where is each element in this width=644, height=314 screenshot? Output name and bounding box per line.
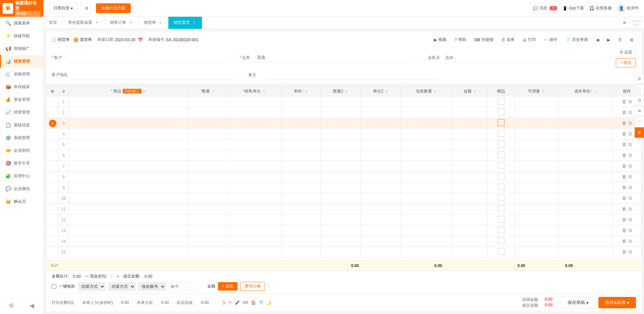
view-list-btn[interactable]: ☰ [615,36,625,44]
unit-cell[interactable] [227,97,281,107]
right-panel-expand-btn[interactable]: ⊡ [635,95,644,106]
product-input-active[interactable] [71,121,186,126]
tab-sales-bill[interactable]: 销货单 × [139,17,168,29]
select-btn[interactable]: ☰ 选单 [499,36,517,44]
delete-icon[interactable]: 🗑 [622,120,627,126]
sidebar-item-purchase[interactable]: 🛒 采购管理 [0,68,43,80]
gift-cell[interactable] [488,97,515,107]
gift-checkbox[interactable] [498,130,504,137]
unit-cell[interactable] [227,118,281,129]
date-value[interactable]: 2023-03-20 [115,38,135,42]
tab-home[interactable]: 首页 [44,17,63,29]
customer-dots-btn[interactable]: ··· [228,55,234,60]
copy-icon[interactable]: ⧉ [629,185,632,190]
message-item[interactable]: 💬 消息 70 [533,5,557,11]
pack-cell[interactable] [400,107,452,118]
qty-cell[interactable] [188,118,227,129]
qty-sort-icon[interactable]: ⇅ [212,89,215,93]
sidebar-item-system[interactable]: ⚙️ 系统管理 [0,131,43,144]
print-btn[interactable]: 🖨 打印 [520,36,539,44]
add-row-cell[interactable]: + [47,118,59,129]
cost-cell[interactable] [558,97,613,107]
unit2-cell[interactable] [361,118,400,129]
delete-icon[interactable]: 🗑 [622,99,627,105]
staff-dots-btn[interactable]: ··· [604,55,610,60]
delete-icon[interactable]: 🗑 [622,131,627,137]
tab-close-window-btn[interactable]: ✕ [620,18,629,27]
delete-icon[interactable]: 🗑 [622,228,627,233]
qty-cell[interactable] [188,107,227,118]
gift-checkbox[interactable] [498,205,504,212]
sidebar-item-basic-info[interactable]: 📋 基础信息 [0,119,43,131]
copy-icon[interactable]: ⧉ [629,110,632,115]
expense-split-btn[interactable]: 费用分摊 [240,282,265,291]
delete-icon[interactable]: 🗑 [622,206,627,212]
copy-icon[interactable]: ⧉ [629,249,632,255]
copy-icon[interactable]: ⧉ [629,195,632,201]
address-dots-btn[interactable]: ··· [236,72,243,77]
topbar-settings-btn[interactable]: ⚙ [81,3,92,14]
qty2-sort-icon[interactable]: ⇅ [345,89,348,93]
gift-cell[interactable] [488,118,515,129]
help-circle-icon[interactable]: ? [268,284,270,289]
amount-sort-icon[interactable]: ⇅ [473,89,476,93]
payment-account-select[interactable]: 收款账号 [138,282,166,291]
delete-icon[interactable]: 🗑 [622,163,627,169]
tab-close-icon[interactable]: × [128,20,133,25]
sidebar-settings-btn[interactable]: ⚙ [3,300,20,311]
delete-icon[interactable]: 🗑 [622,110,627,115]
copy-icon[interactable]: ⧉ [629,206,632,212]
sidebar-item-enterprise[interactable]: 🤝 企业协同 [0,144,43,157]
unit2-sort-icon[interactable]: ⇅ [385,89,388,93]
product-cell[interactable] [69,97,188,107]
col-product[interactable]: * 商品 扫码录入 ⇅ [69,86,188,97]
col-unit2[interactable]: 单位2 ⇅ [361,86,400,97]
right-panel-mail-btn[interactable]: ✉ [635,106,644,116]
warehouse-input[interactable] [256,53,413,62]
tab-maximize-btn[interactable]: ⛶ [632,18,641,27]
gift-checkbox[interactable] [498,98,504,105]
sidebar-item-shortcuts[interactable]: ⚡ 快捷导航 [0,29,43,42]
copy-icon[interactable]: ⧉ [629,120,632,126]
amount-cell[interactable] [452,118,487,129]
warehouse-dots-btn[interactable]: ··· [416,55,422,60]
radio-return[interactable]: 退货单 [74,37,92,43]
sidebar-item-marketing[interactable]: 📢 营销推广 [0,42,43,55]
gift-checkbox[interactable] [498,141,504,147]
staff-input[interactable] [444,53,601,62]
sidebar-item-search[interactable]: 🔍 搜索菜单 [0,17,43,29]
unit-cell[interactable] [227,107,281,118]
sidebar-collapse-btn[interactable]: ◀ [23,300,41,311]
col-settings[interactable]: ⚙ [47,86,59,97]
app-download-item[interactable]: 📱 App下载 [562,5,584,11]
qty2-cell[interactable] [320,97,360,107]
sidebar-item-wechat[interactable]: 💬 企业微信 [0,182,43,195]
gift-checkbox[interactable] [498,184,504,190]
delete-icon[interactable]: 🗑 [622,142,627,147]
col-cost-price[interactable]: 成本单价ℹ ⇅ [558,86,613,97]
qty2-cell[interactable] [320,118,360,129]
col-gift[interactable]: 赠品 [488,86,515,97]
copy-icon[interactable]: ⧉ [629,217,632,223]
delete-icon[interactable]: 🗑 [622,249,627,255]
scan-btn[interactable]: 扫码录入 [123,89,142,93]
tab-close-icon[interactable]: × [192,20,197,25]
gift-checkbox[interactable] [498,248,504,255]
shortcut-btn[interactable]: ⌨ 快捷键 [472,36,496,44]
gift-checkbox[interactable] [498,237,504,244]
radio-sale[interactable]: 销货单 [52,37,70,43]
unit2-cell[interactable] [361,97,400,107]
unit2-cell[interactable] [361,107,400,118]
tab-sales-order[interactable]: 销售订单 × [105,17,139,29]
logistics-side-btn[interactable]: + 物流 [616,58,636,67]
table-settings-icon[interactable]: ⚙ [51,89,54,94]
gift-checkbox[interactable] [498,194,504,201]
available-sort-icon[interactable]: ⇅ [542,89,545,93]
table-wrapper[interactable]: ⚙ # * 商品 扫码录入 ⇅ *数量 ⇅ [46,86,641,260]
available-cell[interactable] [515,97,558,107]
pack-cell[interactable] [400,118,452,129]
price-sort-icon[interactable]: ⇅ [305,89,308,93]
sidebar-item-guide[interactable]: 🎯 新手引导 [0,157,43,170]
delete-icon[interactable]: 🗑 [622,195,627,201]
pack-sort-icon[interactable]: ⇅ [434,89,436,93]
